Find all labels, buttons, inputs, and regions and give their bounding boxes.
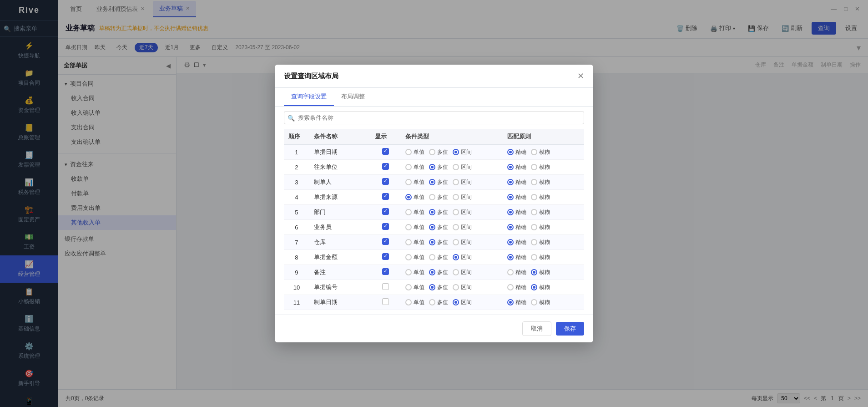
radio-circle bbox=[453, 209, 459, 215]
cell-type: 单值多值区间 bbox=[401, 160, 503, 175]
match-radio-exact[interactable]: 精确 bbox=[507, 178, 526, 186]
type-radio-multi[interactable]: 多值 bbox=[429, 284, 448, 291]
type-radio-multi[interactable]: 多值 bbox=[429, 163, 448, 171]
match-radio-fuzzy[interactable]: 模糊 bbox=[531, 299, 550, 306]
radio-label: 精确 bbox=[515, 148, 526, 156]
type-radio-range[interactable]: 区间 bbox=[453, 239, 472, 246]
match-radio-group: 精确模糊 bbox=[507, 163, 580, 171]
match-radio-exact[interactable]: 精确 bbox=[507, 163, 526, 171]
show-checkbox[interactable] bbox=[382, 223, 389, 230]
modal-tab-field-settings[interactable]: 查询字段设置 bbox=[284, 88, 334, 106]
cell-show[interactable] bbox=[370, 295, 401, 310]
show-checkbox[interactable] bbox=[382, 208, 389, 215]
type-radio-single[interactable]: 单值 bbox=[405, 163, 424, 171]
type-radio-single[interactable]: 单值 bbox=[405, 224, 424, 231]
modal-close-button[interactable]: ✕ bbox=[577, 71, 584, 81]
cell-show[interactable] bbox=[370, 250, 401, 265]
type-radio-single[interactable]: 单值 bbox=[405, 209, 424, 216]
radio-circle bbox=[531, 194, 537, 200]
match-radio-exact[interactable]: 精确 bbox=[507, 224, 526, 231]
match-radio-fuzzy[interactable]: 模糊 bbox=[531, 254, 550, 261]
type-radio-single[interactable]: 单值 bbox=[405, 148, 424, 156]
type-radio-multi[interactable]: 多值 bbox=[429, 209, 448, 216]
match-radio-fuzzy[interactable]: 模糊 bbox=[531, 269, 550, 276]
type-radio-single[interactable]: 单值 bbox=[405, 239, 424, 246]
type-radio-multi[interactable]: 多值 bbox=[429, 224, 448, 231]
match-radio-fuzzy[interactable]: 模糊 bbox=[531, 239, 550, 246]
type-radio-range[interactable]: 区间 bbox=[453, 163, 472, 171]
type-radio-range[interactable]: 区间 bbox=[453, 224, 472, 231]
match-radio-exact[interactable]: 精确 bbox=[507, 269, 526, 276]
cell-show[interactable] bbox=[370, 280, 401, 295]
radio-circle bbox=[429, 224, 435, 230]
th-name: 条件名称 bbox=[309, 129, 370, 145]
type-radio-single[interactable]: 单值 bbox=[405, 284, 424, 291]
show-checkbox[interactable] bbox=[382, 163, 389, 170]
type-radio-range[interactable]: 区间 bbox=[453, 254, 472, 261]
type-radio-group: 单值多值区间 bbox=[405, 163, 498, 171]
type-radio-multi[interactable]: 多值 bbox=[429, 178, 448, 186]
show-checkbox[interactable] bbox=[382, 283, 389, 290]
type-radio-multi[interactable]: 多值 bbox=[429, 148, 448, 156]
radio-circle bbox=[507, 224, 514, 230]
show-checkbox[interactable] bbox=[382, 238, 389, 245]
cell-show[interactable] bbox=[370, 175, 401, 190]
type-radio-multi[interactable]: 多值 bbox=[429, 269, 448, 276]
cell-show[interactable] bbox=[370, 235, 401, 250]
radio-label: 精确 bbox=[515, 193, 526, 201]
type-radio-single[interactable]: 单值 bbox=[405, 193, 424, 201]
match-radio-exact[interactable]: 精确 bbox=[507, 148, 526, 156]
cell-show[interactable] bbox=[370, 220, 401, 235]
match-radio-exact[interactable]: 精确 bbox=[507, 284, 526, 291]
modal-cancel-button[interactable]: 取消 bbox=[522, 321, 551, 336]
modal-tab-layout[interactable]: 布局调整 bbox=[334, 88, 372, 106]
type-radio-single[interactable]: 单值 bbox=[405, 178, 424, 186]
type-radio-single[interactable]: 单值 bbox=[405, 254, 424, 261]
modal-search-input[interactable] bbox=[284, 111, 584, 124]
radio-label: 多值 bbox=[437, 269, 448, 276]
match-radio-fuzzy[interactable]: 模糊 bbox=[531, 284, 550, 291]
match-radio-fuzzy[interactable]: 模糊 bbox=[531, 209, 550, 216]
show-checkbox[interactable] bbox=[382, 178, 389, 185]
match-radio-exact[interactable]: 精确 bbox=[507, 299, 526, 306]
cell-show[interactable] bbox=[370, 205, 401, 220]
match-radio-exact[interactable]: 精确 bbox=[507, 239, 526, 246]
type-radio-multi[interactable]: 多值 bbox=[429, 239, 448, 246]
type-radio-multi[interactable]: 多值 bbox=[429, 254, 448, 261]
show-checkbox[interactable] bbox=[382, 193, 389, 200]
cell-show[interactable] bbox=[370, 160, 401, 175]
match-radio-exact[interactable]: 精确 bbox=[507, 254, 526, 261]
match-radio-fuzzy[interactable]: 模糊 bbox=[531, 178, 550, 186]
cell-show[interactable] bbox=[370, 190, 401, 205]
radio-circle bbox=[429, 269, 435, 275]
match-radio-group: 精确模糊 bbox=[507, 193, 580, 201]
show-checkbox[interactable] bbox=[382, 268, 389, 275]
show-checkbox[interactable] bbox=[382, 148, 389, 155]
type-radio-range[interactable]: 区间 bbox=[453, 269, 472, 276]
type-radio-range[interactable]: 区间 bbox=[453, 178, 472, 186]
type-radio-range[interactable]: 区间 bbox=[453, 284, 472, 291]
radio-label: 单值 bbox=[414, 178, 424, 186]
match-radio-exact[interactable]: 精确 bbox=[507, 193, 526, 201]
match-radio-fuzzy[interactable]: 模糊 bbox=[531, 193, 550, 201]
type-radio-multi[interactable]: 多值 bbox=[429, 193, 448, 201]
type-radio-single[interactable]: 单值 bbox=[405, 269, 424, 276]
show-checkbox[interactable] bbox=[382, 253, 389, 260]
match-radio-fuzzy[interactable]: 模糊 bbox=[531, 163, 550, 171]
radio-label: 精确 bbox=[515, 163, 526, 171]
cell-show[interactable] bbox=[370, 145, 401, 160]
show-checkbox[interactable] bbox=[382, 298, 389, 305]
type-radio-range[interactable]: 区间 bbox=[453, 209, 472, 216]
type-radio-single[interactable]: 单值 bbox=[405, 299, 424, 306]
radio-circle bbox=[531, 239, 537, 245]
cell-show[interactable] bbox=[370, 265, 401, 280]
type-radio-range[interactable]: 区间 bbox=[453, 299, 472, 306]
type-radio-range[interactable]: 区间 bbox=[453, 148, 472, 156]
match-radio-exact[interactable]: 精确 bbox=[507, 209, 526, 216]
match-radio-fuzzy[interactable]: 模糊 bbox=[531, 148, 550, 156]
radio-label: 单值 bbox=[414, 239, 424, 246]
type-radio-range[interactable]: 区间 bbox=[453, 193, 472, 201]
modal-save-button[interactable]: 保存 bbox=[556, 322, 584, 336]
type-radio-multi[interactable]: 多值 bbox=[429, 299, 448, 306]
match-radio-fuzzy[interactable]: 模糊 bbox=[531, 224, 550, 231]
